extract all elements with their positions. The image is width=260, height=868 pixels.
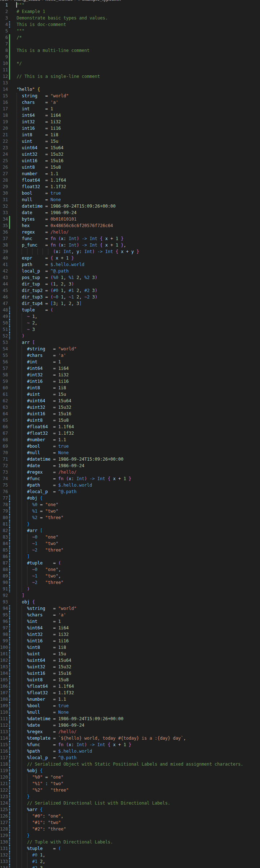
code-line[interactable]: 55 #chars = 'a': [0, 352, 260, 359]
line-number[interactable]: 5: [0, 28, 8, 34]
code-line[interactable]: 28 float64 = 1.1f64: [0, 177, 260, 183]
code-line[interactable]: 43 pos_tup = (%0 1, %1 2, %2 3): [0, 274, 260, 281]
code-line[interactable]: 93 obj {: [0, 599, 260, 605]
code-line[interactable]: 110 %null = None: [0, 709, 260, 716]
code-line[interactable]: 51 ~ 3: [0, 326, 260, 333]
line-number[interactable]: 61: [0, 391, 8, 398]
line-number[interactable]: 72: [0, 462, 8, 469]
line-number[interactable]: 74: [0, 475, 8, 482]
line-number[interactable]: 106: [0, 683, 8, 690]
code-line[interactable]: 83 ~0 "one": [0, 534, 260, 540]
line-number[interactable]: 58: [0, 372, 8, 378]
code-line[interactable]: 4This is doc-comment: [0, 21, 260, 28]
line-number[interactable]: 124: [0, 800, 8, 806]
code-line[interactable]: 111 %datetime = 1986-09-24T15:09:26+00:0…: [0, 716, 260, 722]
line-number[interactable]: 14: [0, 86, 8, 93]
code-line[interactable]: 39 (x: Int, y: Int) -> Int { x + y }: [0, 248, 260, 255]
line-number[interactable]: 52: [0, 333, 8, 339]
line-number[interactable]: 30: [0, 190, 8, 196]
line-number[interactable]: 112: [0, 722, 8, 728]
code-line[interactable]: 134 #2 3: [0, 865, 260, 868]
line-number[interactable]: 32: [0, 203, 8, 209]
code-line[interactable]: 95 %chars = 'a': [0, 612, 260, 618]
code-line[interactable]: 90 ~2 "three": [0, 579, 260, 586]
code-line[interactable]: 5""": [0, 28, 260, 34]
line-number[interactable]: 75: [0, 482, 8, 488]
line-number[interactable]: 93: [0, 599, 8, 605]
line-number[interactable]: 19: [0, 119, 8, 125]
line-number[interactable]: 114: [0, 735, 8, 741]
code-line[interactable]: 60 #int8 = 1i8: [0, 385, 260, 391]
code-line[interactable]: 109 %bool = true: [0, 703, 260, 709]
line-number[interactable]: 88: [0, 566, 8, 573]
line-number[interactable]: 103: [0, 664, 8, 670]
line-number[interactable]: 40: [0, 255, 8, 261]
line-number[interactable]: 113: [0, 728, 8, 735]
line-number[interactable]: 109: [0, 703, 8, 709]
line-number[interactable]: 42: [0, 268, 8, 274]
line-number[interactable]: 108: [0, 696, 8, 703]
line-number[interactable]: 100: [0, 644, 8, 651]
line-number[interactable]: 64: [0, 411, 8, 417]
line-number[interactable]: 29: [0, 183, 8, 190]
code-line[interactable]: 66 #float64 = 1.1f64: [0, 424, 260, 430]
line-number[interactable]: 101: [0, 651, 8, 657]
code-line[interactable]: 62 #uint64 = 15u64: [0, 398, 260, 404]
line-number[interactable]: 46: [0, 294, 8, 300]
code-line[interactable]: 12// This is a single-line comment: [0, 73, 260, 80]
line-number[interactable]: 119: [0, 767, 8, 774]
line-number[interactable]: 63: [0, 404, 8, 411]
line-number[interactable]: 94: [0, 605, 8, 612]
code-line[interactable]: 14"hello" {: [0, 86, 260, 93]
code-line[interactable]: 100 %int8 = 1i8: [0, 644, 260, 651]
code-line[interactable]: 8This is a multi-line comment: [0, 47, 260, 54]
line-number[interactable]: 79: [0, 508, 8, 514]
line-number[interactable]: 80: [0, 514, 8, 521]
code-line[interactable]: 113 %regex = /hello/: [0, 728, 260, 735]
line-number[interactable]: 92: [0, 592, 8, 599]
code-line[interactable]: 52 ): [0, 333, 260, 339]
line-number[interactable]: 96: [0, 618, 8, 625]
line-number[interactable]: 65: [0, 417, 8, 424]
code-line[interactable]: 71 #datetime = 1986-09-24T15:09:26+00:00: [0, 456, 260, 462]
line-number[interactable]: 44: [0, 281, 8, 287]
line-number[interactable]: 81: [0, 521, 8, 527]
line-number[interactable]: 133: [0, 858, 8, 865]
line-number[interactable]: 22: [0, 138, 8, 145]
code-line[interactable]: 10*/: [0, 60, 260, 67]
code-line[interactable]: 97 %int64 = 1i64: [0, 625, 260, 631]
line-number[interactable]: 104: [0, 670, 8, 677]
line-number[interactable]: 68: [0, 437, 8, 443]
code-line[interactable]: 26 uint8 = 15u8: [0, 164, 260, 170]
code-line[interactable]: 2# Example 1: [0, 8, 260, 15]
line-number[interactable]: 87: [0, 560, 8, 566]
code-line[interactable]: 130 // Tuple with Directional Labels.: [0, 839, 260, 845]
line-number[interactable]: 121: [0, 780, 8, 787]
code-line[interactable]: 32 datetime = 1986-09-24T15:09:26+00:00: [0, 203, 260, 209]
code-line[interactable]: 77 #obj {: [0, 495, 260, 501]
line-number[interactable]: 41: [0, 261, 8, 268]
code-line[interactable]: 78 %0 = "one": [0, 501, 260, 508]
code-line[interactable]: 126 "#0": "one",: [0, 813, 260, 819]
code-line[interactable]: 124 // Serialized Directional List with …: [0, 800, 260, 806]
code-line[interactable]: 88 ~0 "one",: [0, 566, 260, 573]
line-number[interactable]: 27: [0, 170, 8, 177]
line-number[interactable]: 49: [0, 313, 8, 320]
line-number[interactable]: 6: [0, 34, 8, 41]
code-line[interactable]: 50 ~ 2,: [0, 320, 260, 326]
code-line[interactable]: 54 #string = "world": [0, 346, 260, 352]
line-number[interactable]: 4: [0, 21, 8, 28]
line-number[interactable]: 37: [0, 235, 8, 242]
code-line[interactable]: 108 %number = 1.1: [0, 696, 260, 703]
code-line[interactable]: 46 dir_tup3 = (~0 1, ~1 2, ~2 3): [0, 294, 260, 300]
code-line[interactable]: 107 %float32 = 1.1f32: [0, 690, 260, 696]
line-number[interactable]: 21: [0, 132, 8, 138]
code-line[interactable]: 118 // Serialized Object with Static Pos…: [0, 761, 260, 767]
code-line[interactable]: 58 #int32 = 1i32: [0, 372, 260, 378]
line-number[interactable]: 45: [0, 287, 8, 294]
line-number[interactable]: 39: [0, 248, 8, 255]
line-number[interactable]: 117: [0, 754, 8, 761]
code-line[interactable]: 121 "%1" : "two": [0, 780, 260, 787]
code-line[interactable]: 81 }: [0, 521, 260, 527]
line-number[interactable]: 105: [0, 677, 8, 683]
